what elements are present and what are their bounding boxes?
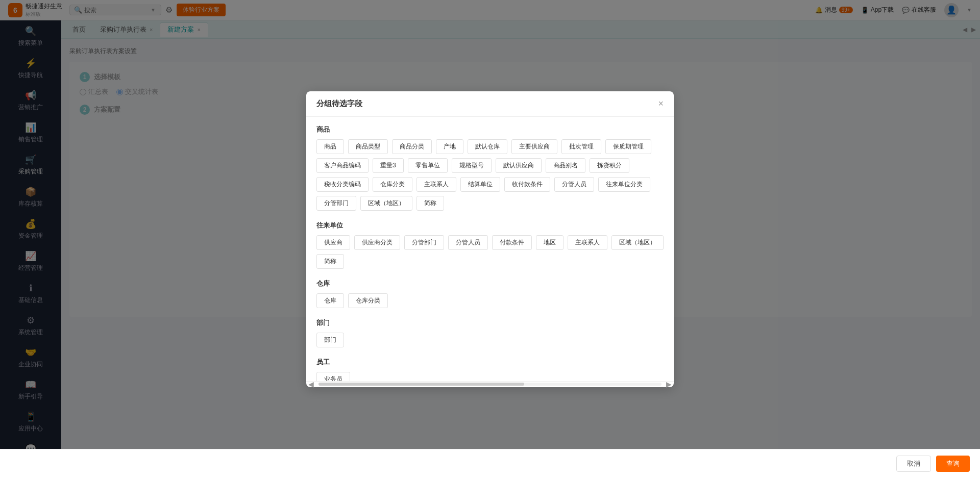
field-tag[interactable]: 区域（地区） [360, 196, 412, 211]
section-product-title: 商品 [316, 125, 664, 134]
field-tag[interactable]: 批次管理 [561, 139, 601, 154]
modal-close-button[interactable]: × [658, 98, 664, 109]
section-department-title: 部门 [316, 318, 664, 328]
warehouse-field-tags: 仓库 仓库分类 [316, 293, 664, 308]
field-tag[interactable]: 主联系人 [568, 235, 607, 250]
hscroll-thumb [318, 383, 524, 386]
field-tag[interactable]: 客户商品编码 [316, 158, 369, 173]
field-tag[interactable]: 供应商分类 [354, 235, 400, 250]
department-field-tags: 部门 [316, 333, 664, 347]
field-tag[interactable]: 商品别名 [546, 158, 585, 173]
field-tag[interactable]: 税收分类编码 [316, 177, 369, 192]
field-tag[interactable]: 简称 [316, 254, 344, 269]
field-tag[interactable]: 分管部门 [316, 196, 356, 211]
field-tag[interactable]: 主要供应商 [511, 139, 557, 154]
field-tag[interactable]: 主联系人 [416, 177, 456, 192]
employee-field-tags: 业务员 [316, 372, 664, 381]
partner-field-tags: 供应商 供应商分类 分管部门 分管人员 付款条件 地区 主联系人 区域（地区） … [316, 235, 664, 269]
field-select-modal: 分组待选字段 × 商品 商品 商品类型 商品分类 产地 默认仓库 主要供应商 批… [306, 91, 674, 387]
field-tag[interactable]: 商品类型 [348, 139, 388, 154]
field-tag[interactable]: 分管人员 [448, 235, 488, 250]
hscroll-right-btn[interactable]: ▶ [662, 380, 672, 388]
field-tag[interactable]: 规格型号 [452, 158, 492, 173]
section-employee-title: 员工 [316, 358, 664, 367]
section-product: 商品 商品 商品类型 商品分类 产地 默认仓库 主要供应商 批次管理 保质期管理… [316, 125, 664, 211]
hscroll-track [318, 383, 662, 386]
field-tag[interactable]: 往来单位分类 [598, 177, 650, 192]
field-tag[interactable]: 拣货积分 [590, 158, 629, 173]
modal-body[interactable]: 商品 商品 商品类型 商品分类 产地 默认仓库 主要供应商 批次管理 保质期管理… [306, 117, 674, 381]
modal-title: 分组待选字段 [316, 99, 362, 109]
field-tag[interactable]: 付款条件 [492, 235, 532, 250]
hscroll-left-btn[interactable]: ◀ [308, 380, 318, 388]
section-partner: 往来单位 供应商 供应商分类 分管部门 分管人员 付款条件 地区 主联系人 区域… [316, 221, 664, 269]
modal-overlay: 分组待选字段 × 商品 商品 商品类型 商品分类 产地 默认仓库 主要供应商 批… [0, 0, 980, 478]
field-tag[interactable]: 仓库 [316, 293, 344, 308]
modal-header: 分组待选字段 × [306, 91, 674, 117]
field-tag[interactable]: 仓库分类 [373, 177, 412, 192]
section-partner-title: 往来单位 [316, 221, 664, 230]
field-tag[interactable]: 重量3 [373, 158, 404, 173]
field-tag[interactable]: 保质期管理 [605, 139, 651, 154]
field-tag[interactable]: 商品 [316, 139, 344, 154]
field-tag[interactable]: 区域（地区） [611, 235, 664, 250]
section-employee: 员工 业务员 [316, 358, 664, 381]
field-tag[interactable]: 部门 [316, 333, 344, 347]
cancel-button[interactable]: 取消 [896, 456, 931, 472]
modal-footer: 取消 查询 [0, 449, 980, 478]
section-warehouse: 仓库 仓库 仓库分类 [316, 279, 664, 308]
field-tag[interactable]: 零售单位 [408, 158, 448, 173]
confirm-button[interactable]: 查询 [936, 456, 970, 472]
field-tag[interactable]: 业务员 [316, 372, 350, 381]
field-tag[interactable]: 默认仓库 [468, 139, 507, 154]
field-tag[interactable]: 供应商 [316, 235, 350, 250]
field-tag[interactable]: 简称 [416, 196, 444, 211]
field-tag[interactable]: 收付款条件 [504, 177, 550, 192]
field-tag[interactable]: 产地 [436, 139, 463, 154]
field-tag[interactable]: 商品分类 [392, 139, 432, 154]
field-tag[interactable]: 结算单位 [460, 177, 500, 192]
modal-hscroll[interactable]: ◀ ▶ [306, 381, 674, 387]
field-tag[interactable]: 默认供应商 [496, 158, 542, 173]
field-tag[interactable]: 仓库分类 [348, 293, 388, 308]
section-warehouse-title: 仓库 [316, 279, 664, 288]
product-field-tags: 商品 商品类型 商品分类 产地 默认仓库 主要供应商 批次管理 保质期管理 客户… [316, 139, 664, 211]
section-department: 部门 部门 [316, 318, 664, 347]
field-tag[interactable]: 地区 [536, 235, 564, 250]
field-tag[interactable]: 分管人员 [554, 177, 594, 192]
field-tag[interactable]: 分管部门 [404, 235, 444, 250]
